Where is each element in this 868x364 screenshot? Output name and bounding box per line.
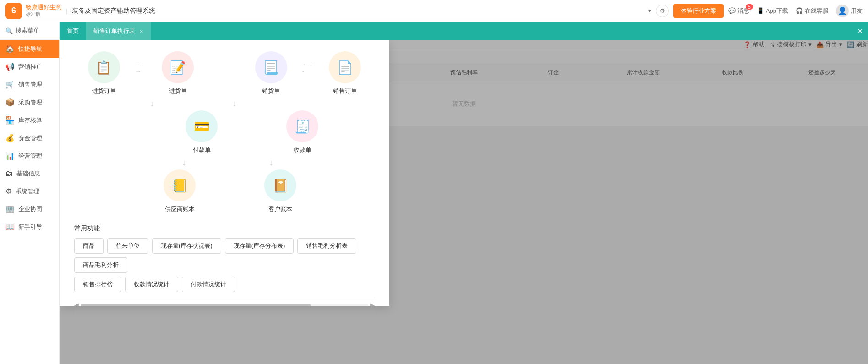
sidebar-item-sales[interactable]: 🛒 销售管理 [0,76,59,93]
sidebar-item-sales-label: 销售管理 [18,81,42,89]
content-body: ❓ 帮助 🖨 按模板打印 ▾ 📤 导出 ▾ 🔄 [60,40,868,364]
common-section: 常用功能 商品 往来单位 现存量(库存状况表) 现存量(库存分布表) 销售毛利分… [74,224,375,292]
flow-row-2: 💳 付款单 🧾 收款单 [74,110,375,154]
settings-button[interactable]: ⚙ [656,5,669,17]
purchase-order-label: 进货订单 [92,87,116,95]
finance-icon: 💰 [5,134,15,142]
logo-sub: 标准版 [26,11,61,18]
sidebar-item-guide[interactable]: 📖 新手引导 [0,218,59,236]
common-btn-counterpart[interactable]: 往来单位 [107,238,148,254]
flow-node-purchase-order: 📋 进货订单 [74,51,133,95]
purchase-bill-icon: 📝 [170,60,186,75]
tab-sales-order[interactable]: 销售订单执行表 × [86,22,151,40]
common-btn-goods[interactable]: 商品 [74,238,104,254]
purchase-icon: 📦 [5,98,15,107]
sidebar-item-operations-label: 经营管理 [18,152,42,160]
operations-icon: 📊 [5,152,15,160]
experience-btn[interactable]: 体验行业方案 [673,4,724,18]
system-dropdown-btn[interactable]: ▾ [648,7,651,14]
tab-home-label: 首页 [67,27,79,35]
common-btn-receipt-stats[interactable]: 收款情况统计 [125,277,178,292]
supplier-ledger-label: 供应商账本 [165,205,195,213]
common-btn-stock-status[interactable]: 现存量(库存状况表) [152,238,221,254]
sidebar-item-quick-nav[interactable]: 🏠 快捷导航 [0,40,59,58]
sidebar-item-inventory[interactable]: 🏪 库存核算 [0,111,59,129]
guide-icon: 📖 [5,223,15,231]
window-close-btn[interactable]: × [857,27,863,36]
flow-node-sale-order: 📄 销售订单 [316,51,375,95]
top-actions: 💬 消息 5 📱 App下载 🎧 在线客服 👤 用友 [728,5,863,17]
flow-node-receipt: 🧾 收款单 [270,110,334,154]
scroll-right-icon[interactable]: ▶ [370,302,375,306]
message-icon: 💬 [728,7,736,14]
app-download-btn[interactable]: 📱 App下载 [757,7,788,15]
payment-icon: 💳 [194,119,210,134]
sidebar-item-quick-nav-label: 快捷导航 [18,45,42,53]
search-icon: 🔍 [5,27,13,34]
flow-node-customer-ledger: 📔 客户账本 [248,169,312,213]
avatar-icon: 👤 [838,6,847,15]
sidebar-item-enterprise-label: 企业协同 [18,205,42,213]
sidebar-item-marketing-label: 营销推广 [18,63,42,71]
chevron-down-icon: ▾ [648,7,651,14]
flow-node-payment: 💳 付款单 [169,110,234,154]
sidebar: 🔍 搜索菜单 🏠 快捷导航 📢 营销推广 🛒 销售管理 📦 采购管理 🏪 [0,22,60,364]
sidebar-item-system[interactable]: ⚙ 系统管理 [0,182,59,200]
purchase-bill-label: 进货单 [169,87,187,95]
common-btn-goods-profit[interactable]: 商品毛利分析 [74,257,127,273]
scroll-left-icon[interactable]: ◀ [74,302,79,306]
sidebar-item-guide-label: 新手引导 [18,223,42,231]
common-btn-payment-stats[interactable]: 付款情况统计 [182,277,235,292]
user-btn[interactable]: 👤 用友 [836,5,863,17]
common-btn-sales-rank[interactable]: 销售排行榜 [74,277,121,292]
sidebar-item-purchase[interactable]: 📦 采购管理 [0,93,59,111]
common-btn-stock-dist[interactable]: 现存量(库存分布表) [225,238,294,254]
tab-close-btn[interactable]: × [140,28,143,35]
common-title: 常用功能 [74,224,375,233]
sidebar-item-inventory-label: 库存核算 [18,116,42,125]
payment-label: 付款单 [193,146,211,154]
service-icon: 🎧 [796,7,803,14]
online-service-btn[interactable]: 🎧 在线客服 [796,7,829,15]
logo-text: 畅康通好生意 [26,4,61,11]
user-label: 用友 [851,7,863,15]
sidebar-item-finance-label: 资金管理 [18,134,42,142]
receipt-circle: 🧾 [286,110,318,142]
sidebar-item-enterprise[interactable]: 🏢 企业协同 [0,200,59,218]
sidebar-item-finance[interactable]: 💰 资金管理 [0,129,59,147]
scrollbar-thumb [81,304,311,306]
common-btn-sales-profit[interactable]: 销售毛利分析表 [297,238,356,254]
arrow-purchase-order-to-bill: - - - - → [135,61,147,75]
flow-row-1: 📋 进货订单 - - - - → 📝 [74,51,375,95]
common-buttons-row2: 销售排行榜 收款情况统计 付款情况统计 [74,277,375,292]
inventory-icon: 🏪 [5,116,15,125]
supplier-ledger-icon: 📒 [172,178,188,193]
arrow-sale-order-to-bill: ← - - - - [302,61,314,75]
download-icon: 📱 [757,7,764,14]
modal-dialog: 📋 进货订单 - - - - → 📝 [60,40,389,306]
tab-home[interactable]: 首页 [60,22,86,40]
message-btn[interactable]: 💬 消息 5 [728,7,749,15]
modal-overlay[interactable]: 📋 进货订单 - - - - → 📝 [60,40,868,364]
tab-bar: 首页 销售订单执行表 × × [60,22,868,40]
receipt-label: 收款单 [294,146,311,154]
sidebar-item-system-label: 系统管理 [16,187,39,196]
sidebar-item-operations[interactable]: 📊 经营管理 [0,147,59,165]
sidebar-search[interactable]: 🔍 搜索菜单 [0,22,59,40]
supplier-ledger-circle: 📒 [164,169,196,201]
sidebar-item-basic-info[interactable]: 🗂 基础信息 [0,165,59,182]
sidebar-item-basic-info-label: 基础信息 [16,169,40,178]
sale-order-label: 销售订单 [333,87,357,95]
tab-sales-order-label: 销售订单执行表 [93,27,135,35]
logo-icon: 6 [5,3,22,19]
system-icon: ⚙ [5,187,12,196]
customer-ledger-icon: 📔 [273,178,289,193]
modal-scrollbar[interactable]: ◀ ▶ [74,298,375,306]
flow-node-supplier-ledger: 📒 供应商账本 [147,169,212,213]
flow-section: 📋 进货订单 - - - - → 📝 [74,51,375,213]
sidebar-item-marketing[interactable]: 📢 营销推广 [0,58,59,76]
home-icon: 🏠 [5,44,15,53]
customer-ledger-label: 客户账本 [268,205,292,213]
basic-info-icon: 🗂 [5,169,13,178]
enterprise-icon: 🏢 [5,205,15,213]
